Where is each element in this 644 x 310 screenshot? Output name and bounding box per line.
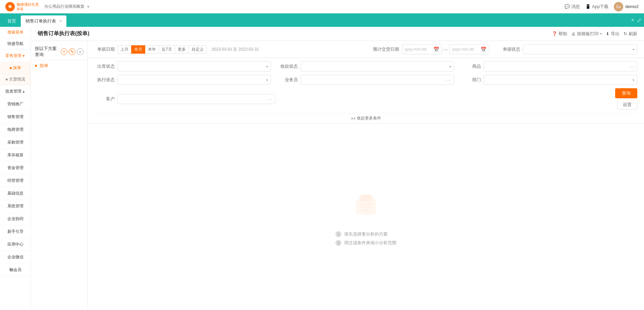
product-select[interactable]: ··· (484, 61, 637, 71)
user-area[interactable]: Ea demo2 (614, 2, 639, 11)
salesperson-select[interactable]: ··· (301, 75, 454, 85)
empty-tip-2: 2 用过滤条件来缩小分析范围 (335, 240, 396, 246)
export-icon: ⬇ (606, 31, 609, 36)
export-button[interactable]: ⬇ 导出 (606, 31, 620, 37)
help-button[interactable]: ❓ 帮助 (552, 31, 567, 37)
sidebar-item-inventory[interactable]: 库存核算 (0, 149, 31, 162)
settings-button[interactable]: 设置 (617, 100, 637, 110)
refresh-button[interactable]: ↻ 刷新 (624, 31, 637, 37)
date-btn-last7[interactable]: 近7天 (159, 45, 175, 54)
message-icon: 💬 (565, 4, 570, 9)
shipping-chevron: ▾ (266, 65, 268, 68)
tab-close-icon[interactable]: × (59, 19, 62, 23)
collapse-up-icon: ∧∧ (351, 116, 356, 120)
date-filter: 上月 本月 本年 近7天 更多 自定义 (117, 45, 206, 54)
sidebar-item-finance[interactable]: 资金管理 (0, 162, 31, 174)
scheme-panel: 按以下方案查询 + ✎ « 按单 (31, 41, 88, 310)
sidebar-quick-nav[interactable]: 快捷导航 (0, 38, 31, 50)
sidebar-wholesale-arrow: ▲ (22, 90, 25, 93)
sidebar-item-enterprise[interactable]: 企业协同 (0, 213, 31, 225)
filter-row-3: 客户 ··· 查询 设置 (95, 88, 637, 110)
sidebar-item-sales[interactable]: 销售管理 (0, 111, 31, 123)
tab-maximize-icon[interactable]: ⤢ (637, 17, 641, 23)
page-title-bar: 销售订单执行表(按单) ❓ 帮助 🖨 按模板打印 ▾ ⬇ 导出 ↻ 刷新 (31, 27, 644, 41)
tab-home[interactable]: 首页 (3, 15, 21, 27)
page-title-actions: ❓ 帮助 🖨 按模板打印 ▾ ⬇ 导出 ↻ 刷新 (552, 31, 637, 37)
order-status-select[interactable]: ▾ (523, 44, 637, 54)
calendar-start-icon[interactable]: 📅 (433, 47, 439, 52)
tip-text-1: 请先选择要分析的方案 (344, 231, 388, 237)
date-filter-section: 单据日期 上月 本月 本年 近7天 更多 自定义 2023-03-01 至 20… (88, 41, 644, 58)
sidebar-item-marketing[interactable]: 营销推广 (0, 98, 31, 111)
calendar-end-icon[interactable]: 📅 (481, 47, 486, 52)
app-title: 办公用品行业模拟账套 (44, 4, 85, 9)
shipping-status-select[interactable]: ▾ (117, 61, 271, 71)
date-btn-last-month[interactable]: 上月 (117, 45, 131, 54)
tabs-right-controls: × ⤢ (631, 17, 641, 23)
print-button[interactable]: 🖨 按模板打印 ▾ (571, 31, 602, 37)
sidebar-item-operations[interactable]: 经营管理 (0, 174, 31, 187)
tab-sales-order[interactable]: 销售订单执行表 × (21, 15, 66, 27)
message-button[interactable]: 💬 消息 (565, 4, 580, 10)
filter-customer: 客户 ··· (95, 94, 275, 104)
product-ellipsis: ··· (629, 64, 634, 69)
collapse-bar: ∧∧ 收起更多条件 (95, 113, 637, 123)
query-button[interactable]: 查询 (615, 88, 637, 98)
empty-tip-1: 1 请先选择要分析的方案 (335, 231, 396, 237)
sidebar-item-basic[interactable]: 基础信息 (0, 187, 31, 200)
customer-select[interactable]: ··· (117, 94, 275, 104)
sidebar-item-purchase[interactable]: 采购管理 (0, 136, 31, 149)
salesperson-ellipsis: ··· (446, 77, 451, 83)
tip-num-2: 2 (335, 240, 341, 246)
sidebar-submenu-retail: 按单 欠货情况 (0, 62, 31, 85)
sidebar-item-newbie[interactable]: 新手引导 (0, 225, 31, 238)
filter-payment-status: 收款状态 ▾ (278, 61, 454, 71)
payment-status-select[interactable]: ▾ (301, 61, 454, 71)
payment-status-label: 收款状态 (278, 63, 298, 69)
sidebar-item-retail[interactable]: 零售管理 ▼ (0, 50, 31, 62)
page-title: 销售订单执行表(按单) (38, 30, 90, 37)
expected-date-start[interactable]: yyyy-mm-dd 📅 (402, 44, 442, 54)
sidebar-item-ecommerce[interactable]: 电商管理 (0, 123, 31, 136)
scheme-item-dot (35, 65, 37, 67)
date-btn-this-month[interactable]: 本月 (131, 45, 145, 54)
sidebar-item-system[interactable]: 系统管理 (0, 200, 31, 213)
date-btn-more[interactable]: 更多 (175, 45, 189, 54)
order-dot (10, 67, 12, 69)
sidebar-item-wechat[interactable]: 企业微信 (0, 251, 31, 264)
date-range-text: 2023-03-01 至 2023-03-31 (212, 47, 259, 52)
header-left: 畅 畅捷通好生意 标版 办公用品行业模拟账套 ▾ (5, 2, 89, 11)
sidebar-item-order[interactable]: 按单 (0, 62, 31, 74)
print-dropdown-icon[interactable]: ▾ (600, 32, 602, 36)
tab-close-all-icon[interactable]: × (631, 17, 634, 23)
filter-salesperson: 业务员 ··· (278, 75, 454, 85)
scheme-header-label: 按以下方案查询 (35, 46, 59, 58)
scheme-collapse-button[interactable]: « (77, 48, 84, 55)
content-area: 销售订单执行表(按单) ❓ 帮助 🖨 按模板打印 ▾ ⬇ 导出 ↻ 刷新 (31, 27, 644, 310)
sidebar-item-debt[interactable]: 欠货情况 (0, 74, 31, 85)
app-download-button[interactable]: 📱 App下载 (585, 4, 608, 10)
sidebar-item-member[interactable]: 畅会员 (0, 264, 31, 276)
empty-svg (349, 188, 383, 221)
content-right: 单据日期 上月 本月 本年 近7天 更多 自定义 2023-03-01 至 20… (88, 41, 644, 310)
scheme-edit-button[interactable]: ✎ (69, 48, 75, 55)
collapse-button[interactable]: ∧∧ 收起更多条件 (351, 115, 381, 121)
filter-execution-status: 执行状态 ▾ (95, 75, 271, 85)
date-btn-custom[interactable]: 自定义 (189, 45, 207, 54)
main-layout: 搜索菜单 快捷导航 零售管理 ▼ 按单 欠货情况 批发管理 ▲ 营销推广 销售管 (0, 27, 644, 310)
app-title-dropdown[interactable]: ▾ (87, 4, 89, 9)
filter-row-1: 出库状态 ▾ 收款状态 ▾ (95, 61, 637, 71)
customer-ellipsis: ··· (268, 96, 273, 102)
expected-date-range: yyyy-mm-dd 📅 — yyyy-mm-dd 📅 (402, 44, 489, 54)
sidebar-item-wholesale[interactable]: 批发管理 ▲ (0, 85, 31, 98)
tabs-bar: 首页 销售订单执行表 × × ⤢ (0, 13, 644, 27)
scheme-add-button[interactable]: + (61, 48, 67, 55)
expected-date-end[interactable]: yyyy-mm-dd 📅 (449, 44, 489, 54)
execution-status-select[interactable]: ▾ (117, 75, 271, 85)
help-icon: ❓ (552, 31, 557, 36)
scheme-item-byorder[interactable]: 按单 (31, 60, 88, 71)
sidebar-item-apps[interactable]: 应用中心 (0, 238, 31, 251)
department-select[interactable]: ▾ (484, 75, 637, 85)
sidebar-search[interactable]: 搜索菜单 (0, 27, 31, 38)
date-btn-this-year[interactable]: 本年 (145, 45, 159, 54)
